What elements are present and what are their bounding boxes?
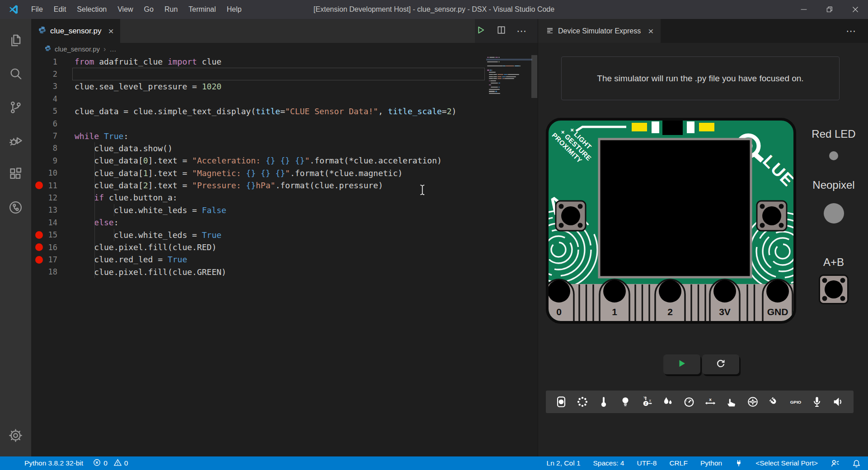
run-python-file-icon[interactable]	[475, 24, 486, 37]
code-line-8[interactable]: 8 clue_data.show()	[31, 142, 538, 154]
close-icon	[851, 5, 859, 14]
minimap-line	[498, 83, 501, 84]
code-line-17[interactable]: 17 clue.red_led = True	[31, 253, 538, 265]
svg-text:Z: Z	[645, 401, 647, 405]
eol-status[interactable]: CRLF	[669, 459, 687, 467]
motion-shake-icon[interactable]: x	[703, 394, 718, 410]
menu-run[interactable]: Run	[159, 0, 183, 19]
board-pad-white	[687, 121, 694, 133]
more-actions-icon[interactable]: ⋯	[516, 25, 527, 37]
code-line-18[interactable]: 18 clue.pixel.fill(clue.GREEN)	[31, 266, 538, 278]
activity-source-control[interactable]	[0, 90, 31, 124]
cursor-position-status[interactable]: Ln 2, Col 1	[547, 459, 581, 467]
minimap-line	[508, 74, 520, 75]
board-pad-3v[interactable]: 3V	[710, 279, 740, 322]
code-line-14[interactable]: 14 else:	[31, 216, 538, 228]
microphone-icon[interactable]	[809, 394, 825, 410]
code-line-13[interactable]: 13 clue.white_leds = False	[31, 204, 538, 216]
breakpoint-dot[interactable]	[35, 256, 43, 264]
code-line-3[interactable]: 3clue.sea_level_pressure = 1020	[31, 80, 538, 93]
breadcrumb-more[interactable]: …	[109, 45, 116, 53]
code-line-7[interactable]: 7while True:	[31, 130, 538, 142]
activity-extensions[interactable]	[0, 157, 31, 191]
activity-explorer[interactable]	[0, 23, 31, 57]
code-text: from adafruit_clue import clue	[57, 57, 221, 66]
plug-icon[interactable]	[735, 459, 743, 467]
activity-run-debug[interactable]	[0, 124, 31, 157]
feedback-icon[interactable]	[830, 459, 840, 468]
minimize-button[interactable]	[791, 0, 816, 19]
neopixel-indicator[interactable]	[824, 203, 844, 223]
extensions-icon	[8, 167, 23, 181]
code-line-4[interactable]: 4	[31, 93, 538, 105]
gpio-icon[interactable]: GPIO	[788, 394, 803, 410]
code-editor[interactable]: 1from adafruit_clue import clue23clue.se…	[31, 55, 538, 456]
menu-go[interactable]: Go	[139, 0, 159, 19]
line-number: 13	[31, 205, 57, 214]
board-button-b[interactable]	[757, 201, 787, 231]
minimap[interactable]	[487, 56, 531, 115]
board-pad-gnd[interactable]: GND	[763, 279, 793, 322]
neopixel-ring-icon[interactable]	[575, 394, 590, 410]
breadcrumb-file[interactable]: clue_sensor.py	[55, 45, 100, 53]
menu-view[interactable]: View	[112, 0, 138, 19]
code-line-12[interactable]: 12 if clue.button_a:	[31, 191, 538, 204]
menu-file[interactable]: File	[26, 0, 48, 19]
temperature-sensor-icon[interactable]	[596, 394, 611, 410]
breakpoint-dot[interactable]	[35, 231, 43, 239]
menu-selection[interactable]: Selection	[71, 0, 112, 19]
close-button[interactable]	[842, 0, 868, 19]
code-line-5[interactable]: 5clue_data = clue.simple_text_display(ti…	[31, 105, 538, 117]
speaker-icon[interactable]	[830, 394, 846, 410]
ab-button-label: A+B	[823, 256, 844, 269]
code-line-11[interactable]: 11 clue_data[2].text = "Pressure: {}hPa"…	[31, 179, 538, 191]
window-title: [Extension Development Host] - clue_sens…	[314, 5, 554, 14]
code-line-2[interactable]: 2	[31, 68, 538, 80]
light-sensor-icon[interactable]	[618, 394, 633, 410]
pressure-sensor-icon[interactable]	[681, 394, 697, 410]
red-led-indicator	[829, 151, 838, 160]
magnet-sensor-icon[interactable]	[766, 394, 782, 410]
encoding-status[interactable]: UTF-8	[637, 459, 657, 467]
tab-close-icon[interactable]: ×	[108, 26, 113, 36]
activity-search[interactable]	[0, 57, 31, 90]
code-line-16[interactable]: 16 clue.pixel.fill(clue.RED)	[31, 241, 538, 253]
code-line-15[interactable]: 15 clue.white_leds = True	[31, 228, 538, 241]
split-editor-icon[interactable]	[496, 25, 507, 37]
problems-status[interactable]: 0 0	[93, 459, 128, 468]
notifications-bell-icon[interactable]	[852, 459, 861, 468]
accelerometer-icon[interactable]: ZYX	[639, 394, 654, 410]
minimap-line	[515, 65, 519, 66]
code-line-10[interactable]: 10 clue_data[1].text = "Magnetic: {} {} …	[31, 167, 538, 179]
code-line-1[interactable]: 1from adafruit_clue import clue	[31, 56, 538, 68]
indentation-status[interactable]: Spaces: 4	[593, 459, 624, 467]
panel-tab-close-icon[interactable]: ×	[648, 26, 653, 36]
refresh-simulator-button[interactable]	[702, 354, 739, 374]
push-button-icon[interactable]	[554, 394, 569, 410]
menu-help[interactable]: Help	[221, 0, 247, 19]
board-pad-2[interactable]: 2	[655, 279, 685, 322]
panel-more-actions-icon[interactable]: ⋯	[846, 25, 868, 37]
language-mode-status[interactable]: Python	[700, 459, 722, 467]
breadcrumb[interactable]: clue_sensor.py › …	[31, 43, 538, 55]
restore-button[interactable]	[816, 0, 842, 19]
run-simulator-button[interactable]	[663, 354, 700, 374]
board-button-a[interactable]	[556, 201, 586, 231]
code-text: clue_data[2].text = "Pressure: {}hPa".fo…	[57, 181, 383, 190]
code-line-6[interactable]: 6	[31, 117, 538, 130]
scrollbar-thumb[interactable]	[531, 55, 537, 98]
gyroscope-icon[interactable]	[745, 394, 760, 410]
gesture-sensor-icon[interactable]	[724, 394, 739, 410]
code-line-9[interactable]: 9 clue_data[0].text = "Acceleration: {} …	[31, 154, 538, 167]
menu-edit[interactable]: Edit	[48, 0, 72, 19]
tab-clue-sensor[interactable]: clue_sensor.py ×	[31, 19, 120, 43]
tab-device-simulator-express[interactable]: Device Simulator Express ×	[538, 19, 661, 43]
serial-port-status[interactable]: <Select Serial Port>	[755, 459, 818, 467]
humidity-sensor-icon[interactable]	[660, 394, 676, 410]
ab-button[interactable]	[819, 275, 849, 304]
menu-terminal[interactable]: Terminal	[183, 0, 221, 19]
board-pad-1[interactable]: 1	[600, 279, 629, 322]
python-interpreter-status[interactable]: Python 3.8.2 32-bit	[24, 459, 83, 467]
activity-settings-gear[interactable]	[0, 419, 31, 452]
activity-device-simulator-express[interactable]	[0, 191, 31, 224]
